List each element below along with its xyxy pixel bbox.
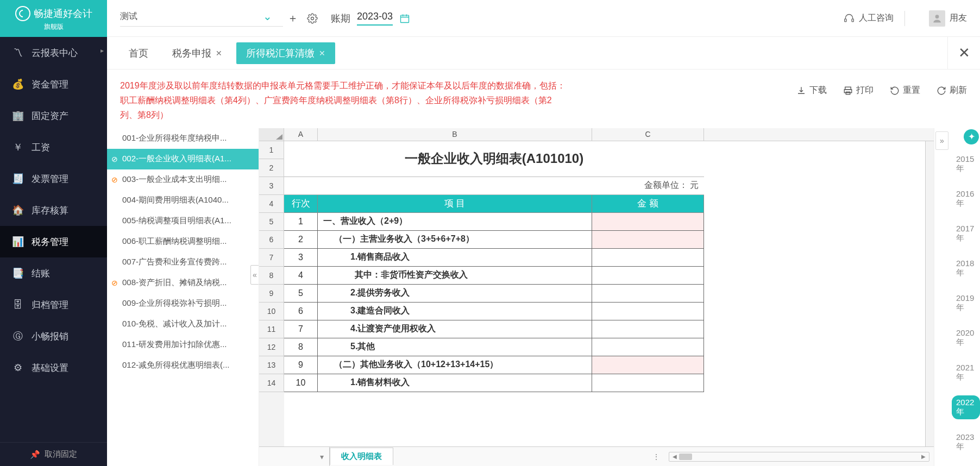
cell-amount[interactable] <box>592 356 704 374</box>
tab-2[interactable]: 所得税汇算清缴✕ <box>236 42 335 64</box>
period-value[interactable]: 2023-03 <box>357 11 393 26</box>
col-header-A[interactable]: A <box>284 128 318 141</box>
cell-item[interactable]: 1.销售商品收入 <box>318 249 592 267</box>
form-item-10[interactable]: 011-研发费用加计扣除优惠... <box>107 335 259 355</box>
row-header[interactable]: 13 <box>259 356 284 374</box>
col-header-C[interactable]: C <box>592 128 704 141</box>
vertical-scrollbar[interactable] <box>925 141 934 446</box>
sidebar-item-8[interactable]: 🗄 归档管理 <box>0 289 107 320</box>
cell-item[interactable]: 其中：非货币性资产交换收入 <box>318 267 592 285</box>
row-header[interactable]: 3 <box>259 177 284 195</box>
cell-item[interactable]: 2.提供劳务收入 <box>318 285 592 303</box>
row-header[interactable]: 4 <box>259 195 284 213</box>
form-item-5[interactable]: 006-职工薪酬纳税调整明细... <box>107 231 259 252</box>
expand-years-handle[interactable]: » <box>935 131 948 150</box>
year-option[interactable]: 2023年 <box>952 430 980 454</box>
form-item-1[interactable]: ⊘002-一般企业收入明细表(A1... <box>107 149 259 169</box>
col-header-B[interactable]: B <box>318 128 592 141</box>
tab-0[interactable]: 首页 <box>119 42 158 64</box>
year-option[interactable]: 2017年 <box>952 222 980 245</box>
year-option[interactable]: 2016年 <box>952 187 980 211</box>
cell-line[interactable]: 9 <box>284 356 318 374</box>
row-header[interactable]: 14 <box>259 374 284 392</box>
sheet-tab-active[interactable]: 收入明细表 <box>330 448 393 465</box>
sidebar-item-10[interactable]: ⚙ 基础设置 <box>0 352 107 383</box>
cell-amount[interactable] <box>592 267 704 285</box>
sidebar-item-3[interactable]: ￥ 工资 <box>0 131 107 163</box>
org-select[interactable]: 测试 ⌄ <box>120 10 283 27</box>
print-button[interactable]: 打印 <box>843 85 874 96</box>
year-option[interactable]: 2022年 <box>952 395 980 419</box>
sidebar-item-4[interactable]: 🧾 发票管理 <box>0 163 107 194</box>
close-icon[interactable]: ✕ <box>216 49 222 58</box>
year-option[interactable]: 2015年 <box>952 152 980 176</box>
help-badge-icon[interactable]: ✦ <box>964 129 979 144</box>
year-option[interactable]: 2019年 <box>952 291 980 315</box>
row-header[interactable]: 2 <box>259 159 284 177</box>
sidebar-item-7[interactable]: 📑 结账 <box>0 257 107 289</box>
cell-item[interactable]: （二）其他业务收入（10+12+13+14+15） <box>318 356 592 374</box>
cell-item[interactable]: 3.建造合同收入 <box>318 303 592 320</box>
row-header[interactable]: 12 <box>259 338 284 356</box>
cell-line[interactable]: 3 <box>284 249 318 267</box>
close-all-tabs[interactable]: ✕ <box>947 37 980 70</box>
cell-amount[interactable] <box>592 374 704 392</box>
row-header[interactable]: 7 <box>259 249 284 267</box>
row-header[interactable]: 6 <box>259 231 284 249</box>
cell-line[interactable]: 10 <box>284 374 318 392</box>
collapse-forms-handle[interactable]: « <box>250 265 259 285</box>
sidebar-pin-toggle[interactable]: 📌 取消固定 <box>0 442 107 466</box>
row-header[interactable]: 5 <box>259 213 284 231</box>
sidebar-item-6[interactable]: 📊 税务管理 <box>0 226 107 257</box>
reset-button[interactable]: 重置 <box>890 85 920 96</box>
cell-line[interactable]: 4 <box>284 267 318 285</box>
row-header[interactable]: 1 <box>259 141 284 159</box>
row-header[interactable]: 11 <box>259 320 284 338</box>
form-item-7[interactable]: ⊘008-资产折旧、摊销及纳税... <box>107 273 259 293</box>
sheet-select-all[interactable] <box>259 128 284 141</box>
cell-item[interactable]: （一）主营业务收入（3+5+6+7+8） <box>318 231 592 249</box>
cell-amount[interactable] <box>592 285 704 303</box>
sidebar-item-5[interactable]: 🏠 库存核算 <box>0 194 107 226</box>
calendar-icon[interactable] <box>399 13 410 24</box>
cell-amount[interactable] <box>592 338 704 356</box>
form-item-11[interactable]: 012-减免所得税优惠明细表(... <box>107 355 259 376</box>
refresh-button[interactable]: 刷新 <box>937 85 967 96</box>
row-header[interactable]: 8 <box>259 267 284 285</box>
sheet-more-icon[interactable]: ⋮ <box>645 452 669 461</box>
cell-item[interactable]: 4.让渡资产使用权收入 <box>318 320 592 338</box>
sidebar-item-1[interactable]: 💰 资金管理 <box>0 68 107 100</box>
cell-item[interactable]: 1.销售材料收入 <box>318 374 592 392</box>
cell-line[interactable]: 2 <box>284 231 318 249</box>
user-menu[interactable]: 用友 <box>929 10 967 27</box>
cell-amount[interactable] <box>592 213 704 231</box>
cell-line[interactable]: 8 <box>284 338 318 356</box>
sheet-tab-menu[interactable]: ▾ <box>259 447 330 466</box>
year-option[interactable]: 2018年 <box>952 256 980 280</box>
tab-1[interactable]: 税务申报✕ <box>162 42 232 64</box>
row-header[interactable]: 10 <box>259 303 284 320</box>
form-item-6[interactable]: 007-广告费和业务宣传费跨... <box>107 252 259 273</box>
cell-line[interactable]: 7 <box>284 320 318 338</box>
form-item-2[interactable]: ⊘003-一般企业成本支出明细... <box>107 169 259 190</box>
form-item-0[interactable]: 001-企业所得税年度纳税申... <box>107 128 259 149</box>
cell-amount[interactable] <box>592 231 704 249</box>
form-item-4[interactable]: 005-纳税调整项目明细表(A1... <box>107 211 259 231</box>
year-option[interactable]: 2020年 <box>952 326 980 350</box>
cell-line[interactable]: 1 <box>284 213 318 231</box>
form-item-9[interactable]: 010-免税、减计收入及加计... <box>107 314 259 335</box>
add-icon[interactable]: ＋ <box>283 9 303 28</box>
form-item-3[interactable]: 004-期间费用明细表(A1040... <box>107 190 259 211</box>
cell-amount[interactable] <box>592 320 704 338</box>
cell-amount[interactable] <box>592 303 704 320</box>
close-icon[interactable]: ✕ <box>319 49 325 58</box>
cell-line[interactable]: 5 <box>284 285 318 303</box>
cell-amount[interactable] <box>592 249 704 267</box>
form-item-8[interactable]: 009-企业所得税弥补亏损明... <box>107 293 259 314</box>
row-header[interactable]: 9 <box>259 285 284 303</box>
year-option[interactable]: 2021年 <box>952 361 980 385</box>
sidebar-item-9[interactable]: Ⓖ 小畅报销 <box>0 320 107 352</box>
cell-item[interactable]: 一、营业收入（2+9） <box>318 213 592 231</box>
cell-line[interactable]: 6 <box>284 303 318 320</box>
sidebar-item-2[interactable]: 🏢 固定资产 <box>0 100 107 131</box>
